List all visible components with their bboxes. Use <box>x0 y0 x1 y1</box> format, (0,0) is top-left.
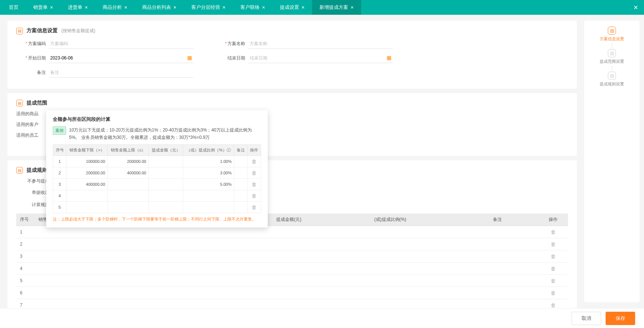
end-date-input[interactable] <box>248 53 393 63</box>
col-header: 提成金额(元) <box>273 213 370 226</box>
table-row[interactable]: 1🗑 <box>16 226 568 238</box>
anchor-nav: ▤方案信息设置▤提成范围设置▤提成规则设置 <box>584 21 640 302</box>
rule-table: 序号销售金额下限(>)销售金额上限(≤)提成金额(元)(或)提成比例(%)备注操… <box>16 213 568 308</box>
scope-label-customer: 适用的客户 <box>16 122 49 128</box>
tab-客户联络[interactable]: 客户联络✕ <box>233 0 273 15</box>
scope-label-staff: 适用的员工 <box>16 132 49 139</box>
cancel-button[interactable]: 取消 <box>572 312 601 325</box>
tab-进货单[interactable]: 进货单✕ <box>61 0 95 15</box>
tab-新增提成方案[interactable]: 新增提成方案✕ <box>312 0 361 15</box>
panel-icon: ▤ <box>16 100 23 106</box>
col-header: 操作 <box>538 213 568 226</box>
popup-title: 全额参与所在区间段的计算 <box>53 116 261 123</box>
field-label: 结束日期 <box>216 55 245 61</box>
tooltip-popup: 全额参与所在区间段的计算 案例 10万元以下无提成；10-20万元提成比例为1%… <box>46 110 268 228</box>
tab-close-icon[interactable]: ✕ <box>301 5 305 10</box>
delete-icon[interactable]: 🗑 <box>551 229 556 235</box>
delete-icon[interactable]: 🗑 <box>251 193 257 199</box>
tab-提成设置[interactable]: 提成设置✕ <box>273 0 312 15</box>
col-header: 提成金额（元） <box>148 144 183 156</box>
col-header: 备注 <box>234 144 247 156</box>
field-label: *方案编码 <box>16 41 46 47</box>
tab-close-icon[interactable]: ✕ <box>173 5 177 10</box>
field-label: 备注 <box>16 69 46 76</box>
panel-icon: ▤ <box>16 167 23 174</box>
tab-close-icon[interactable]: ✕ <box>350 5 354 10</box>
table-row: 2200000.00400000.003.00%🗑 <box>53 167 261 178</box>
delete-icon[interactable]: 🗑 <box>551 278 556 284</box>
col-header: 销售金额上限（≤） <box>107 144 148 156</box>
delete-icon[interactable]: 🗑 <box>551 253 556 259</box>
tab-商品分析列表[interactable]: 商品分析列表✕ <box>135 0 184 15</box>
rule-label: 不参与提成 <box>16 178 49 184</box>
anchor-提成范围设置[interactable]: ▤提成范围设置 <box>600 49 624 64</box>
calendar-icon[interactable]: ▦ <box>387 55 391 61</box>
popup-table: 序号销售金额下限（>）销售金额上限（≤）提成金额（元）（或）提成比例（%）ⓘ备注… <box>53 144 261 213</box>
popup-note: 注：上限必须大于下限；多个阶梯时，下一个阶梯下限要等于前一阶梯上限；不同行之间下… <box>53 216 261 223</box>
rule-label: 计算规则 <box>16 202 49 208</box>
col-header: 销售金额下限（>） <box>66 144 108 156</box>
col-header: (或)提成比例(%) <box>371 213 490 226</box>
table-row[interactable]: 3🗑 <box>16 250 568 263</box>
field-label: *开始日期 <box>16 55 46 61</box>
delete-icon[interactable]: 🗑 <box>251 181 257 187</box>
col-header: （或）提成比例（%）ⓘ <box>183 144 234 156</box>
panel-title: 提成规则 <box>27 167 47 174</box>
col-header: 备注 <box>489 213 538 226</box>
table-row: 4🗑 <box>53 190 261 201</box>
tab-close-icon[interactable]: ✕ <box>124 5 127 10</box>
calendar-icon[interactable]: ▦ <box>187 55 192 61</box>
delete-icon[interactable]: 🗑 <box>551 266 556 271</box>
tab-close-icon[interactable]: ✕ <box>85 5 88 10</box>
close-all-icon[interactable]: ✕ <box>633 4 638 11</box>
tab-首页[interactable]: 首页 <box>1 0 26 15</box>
col-header: 序号 <box>53 144 66 156</box>
plan-name-input[interactable] <box>248 39 393 49</box>
tab-close-icon[interactable]: ✕ <box>222 5 226 10</box>
tab-close-icon[interactable]: ✕ <box>50 5 53 10</box>
anchor-提成规则设置[interactable]: ▤提成规则设置 <box>600 72 624 87</box>
start-date-input[interactable] <box>49 53 193 63</box>
delete-icon[interactable]: 🗑 <box>551 302 556 308</box>
tab-bar: 首页销货单✕进货单✕商品分析✕商品分析列表✕客户分层经营✕客户联络✕提成设置✕新… <box>0 0 644 15</box>
footer: 取消 保存 <box>0 308 644 328</box>
example-badge: 案例 <box>53 126 66 135</box>
field-label: *方案名称 <box>216 41 245 47</box>
table-row[interactable]: 5🗑 <box>16 275 568 287</box>
tab-商品分析[interactable]: 商品分析✕ <box>95 0 135 15</box>
col-header: 序号 <box>16 213 35 226</box>
table-row: 5🗑 <box>53 201 261 213</box>
table-row[interactable]: 2🗑 <box>16 238 568 250</box>
tab-销货单[interactable]: 销货单✕ <box>26 0 61 15</box>
panel-info: ▤ 方案信息设置 (按销售金额提成) *方案编码 *方案名称 *开始日期 <box>7 21 577 89</box>
plan-code-input[interactable] <box>49 39 193 49</box>
table-row[interactable]: 7🗑 <box>16 299 568 308</box>
delete-icon[interactable]: 🗑 <box>251 170 257 176</box>
panel-subtitle: (按销售金额提成) <box>61 28 95 34</box>
table-row: 3400000.005.00%🗑 <box>53 178 261 190</box>
table-row[interactable]: 4🗑 <box>16 263 568 275</box>
anchor-方案信息设置[interactable]: ▤方案信息设置 <box>600 27 624 42</box>
rule-label: 单据收款 <box>16 189 49 196</box>
remark-input[interactable] <box>49 68 193 78</box>
save-button[interactable]: 保存 <box>606 312 635 325</box>
popup-description: 10万元以下无提成；10-20万元提成比例为1%；20-40万提成比例为3%；4… <box>69 126 261 141</box>
panel-icon: ▤ <box>16 28 23 34</box>
scope-label-goods: 适用的商品 <box>16 111 49 117</box>
delete-icon[interactable]: 🗑 <box>251 204 257 210</box>
panel-title: 提成范围 <box>27 100 47 106</box>
col-header: 操作 <box>247 144 261 156</box>
panel-title: 方案信息设置 <box>27 27 58 34</box>
table-row: 1100000.00200000.001.00%🗑 <box>53 156 261 167</box>
table-row[interactable]: 6🗑 <box>16 287 568 299</box>
delete-icon[interactable]: 🗑 <box>551 290 556 296</box>
delete-icon[interactable]: 🗑 <box>251 158 257 164</box>
tab-close-icon[interactable]: ✕ <box>262 5 265 10</box>
tab-客户分层经营[interactable]: 客户分层经营✕ <box>184 0 233 15</box>
delete-icon[interactable]: 🗑 <box>551 241 556 247</box>
